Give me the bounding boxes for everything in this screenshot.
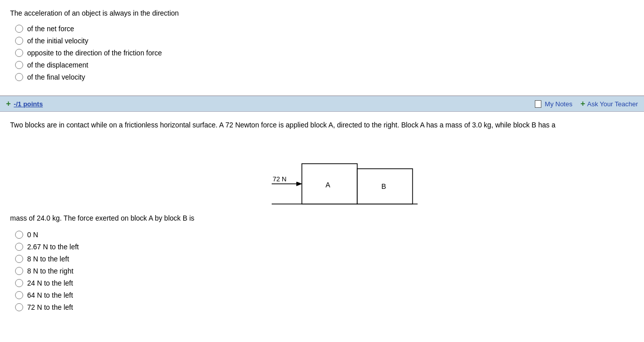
question1-section: The acceleration of an object is always … — [0, 0, 644, 96]
points-label[interactable]: -/1 points — [14, 100, 43, 108]
q2-option4-item: 8 N to the right — [15, 267, 634, 275]
question2-options: 0 N 2.67 N to the left 8 N to the left 8… — [10, 231, 634, 311]
option2-item: of the initial velocity — [15, 37, 634, 45]
block-b-label: B — [381, 182, 386, 190]
option5-item: of the final velocity — [15, 73, 634, 81]
q2-option5-item: 24 N to the left — [15, 279, 634, 287]
q2-option2-item: 2.67 N to the left — [15, 243, 634, 251]
q2-option1-radio[interactable] — [15, 231, 23, 239]
q2-option3-item: 8 N to the left — [15, 255, 634, 263]
q2-option6-radio[interactable] — [15, 291, 23, 299]
doc-icon — [535, 100, 541, 108]
mass-text: mass of 24.0 kg. The force exerted on bl… — [10, 213, 634, 224]
q2-option7-item: 72 N to the left — [15, 303, 634, 311]
option1-radio[interactable] — [15, 25, 23, 33]
option5-radio[interactable] — [15, 73, 23, 81]
q2-option1-label[interactable]: 0 N — [27, 231, 38, 239]
option3-label[interactable]: opposite to the direction of the frictio… — [27, 49, 162, 57]
plus-icon: + — [6, 99, 11, 108]
my-notes-button[interactable]: My Notes — [535, 100, 573, 108]
q2-option3-label[interactable]: 8 N to the left — [27, 255, 69, 263]
ask-teacher-plus-icon: + — [581, 99, 585, 108]
option1-item: of the net force — [15, 25, 634, 33]
section-header: + -/1 points My Notes + Ask Your Teacher — [0, 96, 644, 112]
option2-label[interactable]: of the initial velocity — [27, 37, 88, 45]
q2-option6-item: 64 N to the left — [15, 291, 634, 299]
q2-option4-label[interactable]: 8 N to the right — [27, 267, 73, 275]
my-notes-label: My Notes — [545, 100, 573, 108]
option3-item: opposite to the direction of the frictio… — [15, 49, 634, 57]
ask-teacher-button[interactable]: + Ask Your Teacher — [581, 99, 638, 108]
option3-radio[interactable] — [15, 49, 23, 57]
question2-section: Two blocks are in contact while on a fri… — [0, 112, 644, 325]
option4-item: of the displacement — [15, 61, 634, 69]
q2-option2-radio[interactable] — [15, 243, 23, 251]
question1-text: The acceleration of an object is always … — [10, 8, 634, 19]
header-right: My Notes + Ask Your Teacher — [535, 99, 638, 108]
physics-diagram: 72 N A B — [196, 139, 448, 209]
q2-option3-radio[interactable] — [15, 255, 23, 263]
q2-option5-label[interactable]: 24 N to the left — [27, 279, 73, 287]
option4-radio[interactable] — [15, 61, 23, 69]
q2-option7-label[interactable]: 72 N to the left — [27, 303, 73, 311]
header-left: + -/1 points — [6, 99, 43, 108]
q2-option6-label[interactable]: 64 N to the left — [27, 291, 73, 299]
q2-option1-item: 0 N — [15, 231, 634, 239]
question2-text: Two blocks are in contact while on a fri… — [10, 120, 634, 130]
question1-options: of the net force of the initial velocity… — [10, 25, 634, 81]
q2-option2-label[interactable]: 2.67 N to the left — [27, 243, 79, 251]
ask-teacher-label: Ask Your Teacher — [587, 100, 638, 108]
q2-option5-radio[interactable] — [15, 279, 23, 287]
q2-option4-radio[interactable] — [15, 267, 23, 275]
option4-label[interactable]: of the displacement — [27, 61, 88, 69]
option5-label[interactable]: of the final velocity — [27, 73, 85, 81]
diagram-svg: 72 N A B — [226, 139, 418, 209]
q2-option7-radio[interactable] — [15, 303, 23, 311]
block-a-label: A — [326, 181, 331, 189]
force-label: 72 N — [273, 175, 286, 183]
option1-label[interactable]: of the net force — [27, 25, 74, 33]
option2-radio[interactable] — [15, 37, 23, 45]
